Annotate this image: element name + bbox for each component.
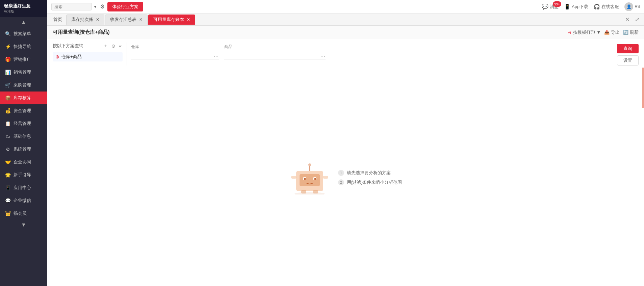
cooperation-icon: 🤝 — [5, 159, 11, 165]
hint-text-1: 请先选择要分析的方案 — [347, 170, 391, 176]
warehouse-more-btn[interactable]: … — [213, 52, 219, 58]
sidebar-item-member[interactable]: 👑 畅会员 — [0, 207, 47, 220]
tab-receipt-summary[interactable]: 收发存汇总表 ✕ — [105, 15, 148, 25]
sidebar-item-label: 采购管理 — [14, 82, 31, 88]
empty-illustration — [289, 157, 330, 198]
search-icon: 🔍 — [5, 31, 11, 37]
tab-label: 库存批次账 — [71, 17, 93, 23]
sidebar-item-label: 基础信息 — [14, 133, 31, 139]
collapse-filter-btn[interactable]: « — [118, 43, 123, 49]
sidebar-item-app-center[interactable]: 📱 应用中心 — [0, 181, 47, 194]
right-scrollbar[interactable] — [642, 68, 644, 108]
refresh-icon: 🔄 — [623, 30, 628, 35]
hint-item-1: 1 请先选择要分析的方案 — [338, 170, 402, 176]
sidebar-item-label: 搜索菜单 — [14, 31, 31, 37]
experience-btn[interactable]: 体验行业方案 — [107, 2, 143, 11]
user-avatar[interactable]: 👤 Rit — [624, 2, 640, 11]
refresh-btn[interactable]: 🔄 刷新 — [623, 29, 639, 35]
empty-state: 1 请先选择要分析的方案 2 用[过滤]条件来缩小分析范围 — [47, 69, 644, 286]
inventory-icon: 📦 — [5, 95, 11, 101]
sidebar-item-enterprise-wx[interactable]: 💬 企业微信 — [0, 194, 47, 207]
main-area: ▼ ⚙ 体验行业方案 💬 消息 99+ 📱 App下载 🎧 在线客服 👤 — [47, 0, 644, 286]
hint-number-2: 2 — [338, 179, 344, 185]
goods-field: 商品 … — [224, 44, 326, 59]
user-name: Rit — [635, 4, 640, 9]
sidebar-item-operations[interactable]: 📋 经营管理 — [0, 117, 47, 130]
sales-icon: 📊 — [5, 69, 11, 75]
empty-hints: 1 请先选择要分析的方案 2 用[过滤]条件来缩小分析范围 — [338, 170, 402, 185]
message-icon: 💬 — [542, 3, 548, 10]
purchase-icon: 🛒 — [5, 82, 11, 88]
goods-more-btn[interactable]: … — [320, 52, 326, 58]
filter-left: 按以下方案查询 ＋ ⊙ « ⊕ 仓库+商品 — [53, 43, 127, 66]
export-btn-label: 导出 — [611, 29, 620, 35]
topbar-gear-button[interactable]: ⚙ — [100, 3, 105, 10]
tab-available-inventory[interactable]: 可用量库存账本 ✕ — [148, 15, 195, 25]
page-title: 可用量查询(按仓库+商品) — [53, 29, 110, 35]
sidebar-item-purchase[interactable]: 🛒 采购管理 — [0, 79, 47, 92]
tab-inventory-batch[interactable]: 库存批次账 ✕ — [66, 15, 104, 25]
tab-close-btn[interactable]: ✕ — [187, 18, 190, 22]
tab-close-btn[interactable]: ✕ — [96, 18, 99, 22]
sidebar-item-search[interactable]: 🔍 搜索菜单 — [0, 27, 47, 40]
sidebar-item-sales[interactable]: 📊 销售管理 — [0, 66, 47, 79]
query-btn[interactable]: 查询 — [617, 44, 639, 53]
export-icon: 📤 — [604, 30, 610, 35]
topbar-left: ▼ ⚙ 体验行业方案 — [51, 2, 539, 11]
sidebar-item-basic-info[interactable]: 🗂 基础信息 — [0, 130, 47, 143]
phone-icon: 📱 — [564, 4, 570, 10]
avatar: 👤 — [624, 2, 633, 11]
topbar: ▼ ⚙ 体验行业方案 💬 消息 99+ 📱 App下载 🎧 在线客服 👤 — [47, 0, 644, 14]
filter-scheme-item[interactable]: ⊕ 仓库+商品 — [53, 52, 123, 61]
tab-close-btn[interactable]: ✕ — [139, 18, 143, 22]
svg-point-4 — [304, 178, 306, 180]
sidebar-scroll-up[interactable]: ▲ — [19, 19, 28, 26]
scheme-icon: ⊕ — [55, 54, 59, 59]
sidebar-item-cooperation[interactable]: 🤝 企业协同 — [0, 156, 47, 168]
topbar-dropdown-btn[interactable]: ▼ — [93, 4, 97, 9]
warehouse-input[interactable] — [131, 53, 212, 58]
topbar-right: 💬 消息 99+ 📱 App下载 🎧 在线客服 👤 Rit — [542, 2, 640, 11]
finance-icon: 💰 — [5, 108, 11, 114]
page-content: 可用量查询(按仓库+商品) 🖨 按模板打印 ▼ 📤 导出 🔄 刷新 — [47, 26, 644, 286]
export-btn[interactable]: 📤 导出 — [604, 29, 620, 35]
svg-point-5 — [314, 178, 316, 180]
manage-scheme-btn[interactable]: ⊙ — [110, 43, 117, 49]
tabs-close-button[interactable]: ✕ — [623, 16, 632, 23]
sidebar-item-label: 库存核算 — [14, 95, 31, 101]
topbar-search-container: ▼ — [51, 3, 97, 10]
sidebar-item-marketing[interactable]: 🎁 营销推广 — [0, 53, 47, 66]
print-template-btn[interactable]: 🖨 按模板打印 ▼ — [567, 29, 601, 35]
goods-input[interactable] — [224, 53, 319, 58]
sidebar-item-label: 销售管理 — [14, 69, 31, 75]
sidebar-item-label: 经营管理 — [14, 121, 31, 127]
sidebar-item-quick-nav[interactable]: ⚡ 快捷导航 — [0, 40, 47, 53]
sidebar-scroll: ▲ 🔍 搜索菜单 ⚡ 快捷导航 🎁 营销推广 📊 销售管理 🛒 采购管理 📦 库… — [0, 17, 47, 286]
tab-label: 可用量库存账本 — [153, 17, 184, 23]
quick-nav-icon: ⚡ — [5, 44, 11, 50]
topbar-search-input[interactable] — [51, 3, 92, 10]
tab-home[interactable]: 首页 — [50, 15, 66, 25]
sidebar-scroll-down[interactable]: ▼ — [19, 221, 28, 229]
sidebar-item-finance[interactable]: 💰 资金管理 — [0, 104, 47, 117]
filter-settings-btn[interactable]: 设置 — [617, 55, 639, 66]
messages-item[interactable]: 💬 消息 99+ — [542, 3, 559, 10]
app-center-icon: 📱 — [5, 185, 11, 191]
scheme-label: 按以下方案查询 — [53, 43, 83, 49]
add-scheme-btn[interactable]: ＋ — [102, 43, 109, 49]
warehouse-label: 仓库 — [131, 44, 219, 50]
filter-left-actions: ＋ ⊙ « — [102, 43, 123, 49]
sidebar-item-system[interactable]: ⚙ 系统管理 — [0, 143, 47, 156]
app-download-item[interactable]: 📱 App下载 — [564, 4, 588, 10]
svg-point-7 — [308, 163, 311, 166]
sidebar-header: 畅康通好生意 标准版 — [0, 0, 47, 17]
goods-label: 商品 — [224, 44, 326, 50]
sidebar-item-label: 新手引导 — [14, 172, 31, 178]
tabs-expand-button[interactable]: ⤢ — [633, 16, 641, 23]
member-icon: 👑 — [5, 210, 11, 216]
online-service-item[interactable]: 🎧 在线客服 — [594, 4, 619, 10]
goods-input-container: … — [224, 51, 326, 59]
sidebar-item-new-guide[interactable]: 🌟 新手引导 — [0, 168, 47, 181]
hint-item-2: 2 用[过滤]条件来缩小分析范围 — [338, 179, 402, 185]
sidebar-item-inventory[interactable]: 📦 库存核算 — [0, 92, 47, 104]
